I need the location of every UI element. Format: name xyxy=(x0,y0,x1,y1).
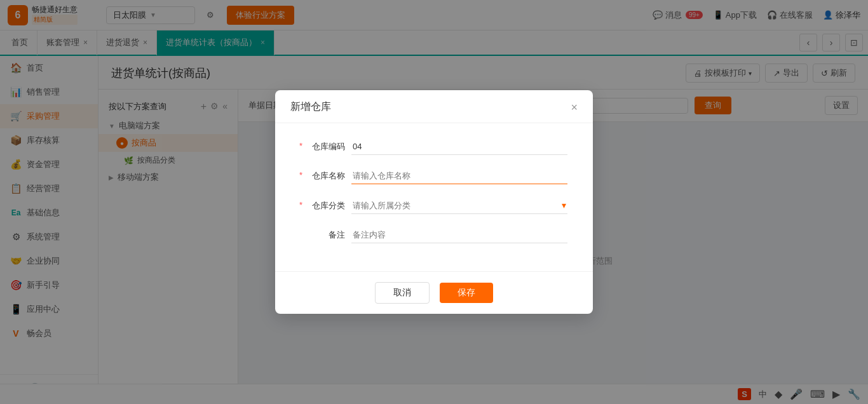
remark-input[interactable] xyxy=(351,227,567,243)
category-label: 仓库分类 xyxy=(301,200,351,212)
remark-label: 备注 xyxy=(301,229,351,241)
category-dropdown-icon[interactable]: ▾ xyxy=(562,200,566,210)
add-warehouse-modal: 新增仓库 × 仓库编码 仓库名称 仓库分类 ▾ xyxy=(275,90,593,314)
code-input[interactable] xyxy=(351,138,567,155)
modal-header: 新增仓库 × xyxy=(275,90,593,123)
form-row-category: 仓库分类 ▾ xyxy=(301,197,567,214)
name-input[interactable] xyxy=(351,168,567,184)
cancel-button[interactable]: 取消 xyxy=(375,282,430,304)
form-row-code: 仓库编码 xyxy=(301,138,567,155)
modal-footer: 取消 保存 xyxy=(275,271,593,314)
modal-title: 新增仓库 xyxy=(290,100,331,114)
category-input[interactable] xyxy=(353,201,562,210)
modal-overlay: 新增仓库 × 仓库编码 仓库名称 仓库分类 ▾ xyxy=(0,0,868,404)
category-select-wrapper: ▾ xyxy=(351,197,567,214)
name-label: 仓库名称 xyxy=(301,170,351,182)
modal-body: 仓库编码 仓库名称 仓库分类 ▾ 备注 xyxy=(275,123,593,271)
save-button[interactable]: 保存 xyxy=(440,283,493,303)
form-row-name: 仓库名称 xyxy=(301,168,567,184)
modal-close-button[interactable]: × xyxy=(571,102,578,113)
form-row-remark: 备注 xyxy=(301,227,567,243)
code-label: 仓库编码 xyxy=(301,141,351,152)
